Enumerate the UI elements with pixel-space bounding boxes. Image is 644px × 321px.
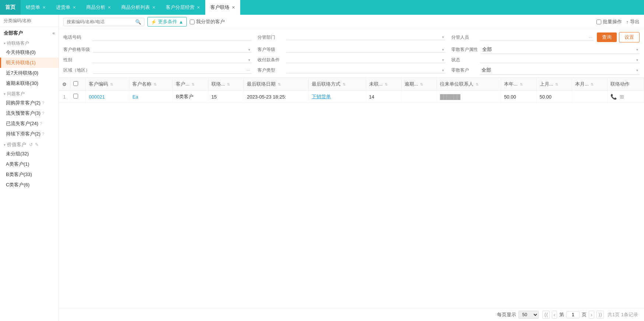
filter-phone-row: 电话号码 [63,32,252,42]
row-checkbox[interactable] [73,94,78,99]
sidebar-item-class-b[interactable]: B类客户(33) [0,169,59,180]
col-last-date-sort-icon[interactable]: ⇅ [278,82,281,86]
col-this-month-sort-icon[interactable]: ⇅ [591,82,594,86]
filter-retail-cust-select[interactable]: 全部▾ [480,66,640,75]
nav-analysis[interactable]: 商品分析 ✕ [81,0,116,15]
page-number-input[interactable] [566,311,580,318]
nav-sales-close[interactable]: ✕ [42,5,46,10]
next-page-btn[interactable]: › [589,311,594,319]
sidebar-search-input[interactable] [4,18,59,23]
value-group-edit[interactable]: ✎ [35,142,39,147]
last-page-btn[interactable]: ⟩⟩ [596,311,604,319]
value-group-refresh[interactable]: ↺ [29,142,33,147]
filter-arrow-icon: ▲ [179,19,183,25]
sidebar-collapse-btn[interactable]: « [52,31,55,36]
col-contacts-person-sort-icon[interactable]: ⇅ [476,82,479,86]
export-btn[interactable]: ↑ 导出 [626,18,640,25]
sidebar-item-churned[interactable]: 已流失客户(24) ? [0,118,59,129]
col-contacts-person-label: 往来单位联系人 [440,81,473,87]
person-dotdot-icon[interactable]: ··· [589,35,592,40]
col-contact-sort-icon[interactable]: ⇅ [227,82,230,86]
col-settings[interactable]: ⚙ [59,78,70,91]
sidebar-item-today[interactable]: 今天待联络(0) [0,47,59,58]
nav-purchase-close[interactable]: ✕ [73,5,76,10]
prev-page-btn[interactable]: ‹ [552,311,557,319]
set-btn[interactable]: 设置 [619,32,640,42]
row-checkbox-cell[interactable] [70,91,86,103]
col-class-label: 客户... [176,81,189,87]
filter-level-row: 客户等级 ▾ [258,45,446,54]
sidebar-item-tomorrow[interactable]: 明天待联络(1) [0,58,59,68]
query-btn[interactable]: 查询 [597,32,617,42]
search-input[interactable] [67,19,133,24]
my-customers-checkbox[interactable] [190,20,195,24]
batch-checkbox[interactable] [596,20,601,24]
filter-retail-cust-label: 零散客户 [451,67,477,73]
sidebar-item-class-c[interactable]: C类客户(6) [0,180,59,190]
sidebar-item-7days[interactable]: 近7天待联络(0) [0,68,59,78]
filter-gender-select[interactable]: ▾ [92,57,252,63]
col-last-month-sort-icon[interactable]: ⇅ [555,82,558,86]
nav-analysis-close[interactable]: ✕ [108,5,111,10]
row-last-method[interactable]: 下销货单 [309,91,366,103]
filter-retail-attr-select[interactable]: 全部▾ [481,45,640,54]
filter-phone-input[interactable] [92,34,252,41]
all-customers-header[interactable]: 全部客户 « [0,27,59,38]
nav-sales[interactable]: 销货单 ✕ [21,0,51,15]
filter-cust-type-row: 客户类型 ▾ [258,66,446,75]
batch-ops-btn[interactable]: 批量操作 [596,18,622,25]
nav-purchase[interactable]: 进货单 ✕ [51,0,81,15]
nav-customer-contact[interactable]: 客户联络 ✕ [205,0,240,15]
nav-home[interactable]: 首页 [0,0,21,15]
col-code-label: 客户编码 [89,81,108,87]
row-last-month: 50.00 [536,91,572,103]
toolbar-search-icon[interactable]: 🔍 [135,19,141,25]
col-checkbox-header[interactable] [70,78,86,91]
col-action-label: 联络动作 [610,81,630,87]
sidebar-item-repurchase-anomaly[interactable]: 回购异常客户(2) ? [0,98,59,108]
col-code-sort-icon[interactable]: ⇅ [110,82,113,86]
filter-person-select[interactable]: ··· [480,34,594,41]
more-filters-btn[interactable]: ⚡ 更多条件 ▲ [147,17,187,27]
filter-payment-label: 收付款条件 [258,57,283,63]
region-dotdot-icon[interactable]: ··· [246,68,250,73]
row-name[interactable]: Ea [129,91,173,103]
sidebar-item-churn-warning[interactable]: 流失预警客户(3) ? [0,108,59,118]
filter-dept-select[interactable]: ▾ [286,34,446,40]
filter-payment-select[interactable]: ▾ [286,57,446,63]
search-box: 🔍 [63,18,144,26]
filter-price-select[interactable]: ▾ [93,47,252,53]
filter-level-select[interactable]: ▾ [286,47,446,53]
my-customers-checkbox-label[interactable]: 我分管的客户 [190,18,225,25]
nav-analysis-list[interactable]: 商品分析列表 ✕ [116,0,161,15]
nav-customer-segment[interactable]: 客户分层经营 ✕ [161,0,205,15]
page-size-select[interactable]: 50 10 20 100 200 [518,311,539,319]
col-last-method-sort-icon[interactable]: ⇅ [343,82,346,86]
action-phone-icon[interactable]: 📞 [610,94,617,100]
sidebar-item-overdue[interactable]: 逾期未联络(30) [0,78,59,89]
col-class-sort-icon[interactable]: ⇅ [192,82,195,86]
table-row: 1 000021 Ea B类客户 15 2023-05-23 18:25: 下销… [59,91,644,103]
filter-region-select[interactable]: ··· [93,67,252,74]
nav-customer-segment-close[interactable]: ✕ [197,5,200,10]
row-this-year: 50.00 [501,91,536,103]
row-code[interactable]: 000021 [86,91,129,103]
col-name-sort-icon[interactable]: ⇅ [154,82,157,86]
select-all-checkbox[interactable] [73,81,78,86]
filter-price-row: 客户价格等级 ▾ [63,45,252,54]
filter-status-label: 状态 [451,57,477,63]
col-overdue-sort-icon[interactable]: ⇅ [420,82,423,86]
footer: 每页显示 50 10 20 100 200 ⟨⟨ ‹ 第 页 › ⟩⟩ 共1页 … [59,308,644,321]
action-grid-icon[interactable]: ⊞ [620,94,624,100]
col-this-year-sort-icon[interactable]: ⇅ [520,82,523,86]
filter-status-select[interactable]: ▾ [480,57,640,63]
sidebar-item-ungrouped[interactable]: 未分组(32) [0,149,59,159]
sidebar-item-class-a[interactable]: A类客户(1) [0,159,59,169]
first-page-btn[interactable]: ⟨⟨ [542,311,550,319]
filter-cust-type-select[interactable]: ▾ [286,68,446,73]
col-uncontact-sort-icon[interactable]: ⇅ [385,82,388,86]
nav-analysis-list-close[interactable]: ✕ [152,5,155,10]
nav-customer-contact-close[interactable]: ✕ [232,5,235,10]
sidebar-item-declining[interactable]: 持续下滑客户(2) ? [0,129,59,139]
col-last-month-label: 上月... [540,81,553,87]
